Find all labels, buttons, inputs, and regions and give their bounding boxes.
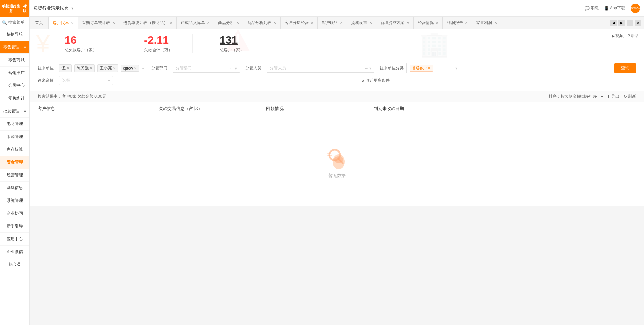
sidebar-item-inventory[interactable]: 库存核算 (0, 143, 29, 156)
tab-controls: ◀ ▶ ⊞ ✕ (610, 20, 644, 26)
filter-tag-chen[interactable]: 陈民强 ✕ (74, 64, 95, 72)
col-header-repay: 回款情况 (266, 106, 374, 112)
tab-purchase-order-stats[interactable]: 采购订单统计表 ✕ (78, 17, 119, 29)
sidebar-item-wholesale[interactable]: 批发管理 ▾ (0, 105, 29, 118)
person-more-btn[interactable]: ··· (365, 66, 368, 71)
sidebar-item-quick-nav[interactable]: 快捷导航 (0, 28, 29, 41)
sidebar-item-app-center[interactable]: 应用中心 (0, 233, 29, 246)
tab-product-storage[interactable]: 产成品入库单 ✕ (177, 17, 214, 29)
sidebar-item-guide[interactable]: 新手引导 (0, 220, 29, 233)
video-btn[interactable]: ▶ 视频 (612, 33, 624, 39)
content-area: ¥ 🏢 16 总欠款客户（家） -2.11 欠款合计（万） 131 总客户（家） (30, 29, 644, 325)
message-btn[interactable]: 💬 消息 (585, 5, 599, 11)
app-download-btn[interactable]: 📱 App下载 (604, 5, 625, 11)
video-icon: ▶ (612, 34, 615, 38)
tab-profit-report[interactable]: 利润报告 ✕ (443, 17, 472, 29)
tab-expand-btn[interactable]: ⊞ (627, 20, 633, 26)
sort-chevron-icon[interactable]: ▾ (601, 94, 603, 99)
tab-customer-tier[interactable]: 客户分层经营 ✕ (281, 17, 318, 29)
tab-close-icon[interactable]: ✕ (311, 21, 313, 25)
filter-tag-wu-close[interactable]: ✕ (67, 66, 69, 70)
sidebar-item-system[interactable]: 系统管理 (0, 194, 29, 207)
filter-tag-wang[interactable]: 王小亮 ✕ (97, 64, 118, 72)
table-header: 客户信息 欠款交易信息（占比） 回款情况 到期未收款日期 (30, 102, 644, 115)
sidebar-item-purchase[interactable]: 采购管理 (0, 131, 29, 143)
sidebar-item-retail-mall[interactable]: 零售商城 (0, 54, 29, 67)
type-tag-close-icon[interactable]: ✕ (428, 66, 431, 70)
tab-goods-analysis[interactable]: 商品分析 ✕ (214, 17, 243, 29)
sidebar-item-operations[interactable]: 经营管理 (0, 169, 29, 182)
customer-type-tag: 普通客户 ✕ (410, 65, 433, 72)
tab-new-commission[interactable]: 新增提成方案 ✕ (376, 17, 414, 29)
filter-row-1: 往来单位 伍 ✕ 陈民强 ✕ 王小亮 ✕ cjttcw ✕ ··· (38, 63, 636, 73)
chevron-down-icon: ▾ (71, 6, 73, 11)
chevron-down-icon: ▾ (24, 109, 26, 114)
filter-tag-wu-label: 伍 (61, 65, 66, 71)
refresh-button[interactable]: ↻ 刷新 (624, 94, 636, 99)
sidebar-item-marketing[interactable]: 营销推广 (0, 67, 29, 79)
sidebar-item-retail[interactable]: 零售管理 ▾ (0, 41, 29, 54)
tab-close-icon[interactable]: ✕ (369, 21, 372, 25)
tab-close-icon[interactable]: ✕ (406, 21, 409, 25)
filter-balance-label: 往来余额 (38, 78, 56, 83)
sidebar-item-member[interactable]: 会员中心 (0, 79, 29, 92)
search-icon: 🔍 (2, 20, 7, 25)
filter-tag-wu[interactable]: 伍 ✕ (59, 64, 72, 72)
tab-next-btn[interactable]: ▶ (618, 20, 625, 26)
filter-tag-chen-close[interactable]: ✕ (90, 66, 92, 70)
tab-commission-settings[interactable]: 提成设置 ✕ (347, 17, 376, 29)
sidebar-item-retail-stats[interactable]: 零售统计 (0, 92, 29, 105)
tab-prev-btn[interactable]: ◀ (610, 20, 617, 26)
chevron-down-icon: ▾ (235, 66, 237, 71)
filter-tag-cjttcw[interactable]: cjttcw ✕ (121, 65, 139, 72)
export-button[interactable]: ⬆ 导出 (607, 94, 619, 99)
stat-all-customers-value: 131 (220, 34, 238, 46)
tab-close-icon[interactable]: ✕ (207, 21, 210, 25)
tab-close-icon[interactable]: ✕ (170, 21, 172, 25)
help-btn[interactable]: ? 帮助 (628, 33, 639, 39)
tab-customer-contact[interactable]: 客户联络 ✕ (318, 17, 347, 29)
filter-tag-chen-label: 陈民强 (77, 65, 89, 71)
sidebar-item-basic-info[interactable]: 基础信息 (0, 182, 29, 194)
filter-unit-type-select[interactable]: 普通客户 ✕ ▾ (406, 63, 460, 73)
filter-person-select[interactable]: 分管人员 ··· ▾ (267, 64, 374, 73)
tab-close-icon[interactable]: ✕ (273, 21, 276, 25)
chevron-up-icon: ∧ (362, 78, 365, 83)
tab-close-icon[interactable]: ✕ (112, 21, 115, 25)
collapse-btn[interactable]: ∧ 收起更多条件 (362, 78, 390, 83)
tab-close-icon[interactable]: ✕ (71, 21, 74, 25)
sidebar-item-member2[interactable]: 畅会员 (0, 258, 29, 271)
tab-goods-stats[interactable]: 进货单统计表（按商品） ✕ (119, 17, 177, 29)
top-header: 母婴行业演示帐套 ▾ 💬 消息 📱 App下载 demo2 (30, 0, 644, 17)
chevron-down-icon: ▾ (369, 66, 371, 71)
stats-row: ¥ 🏢 16 总欠款客户（家） -2.11 欠款合计（万） 131 总客户（家） (30, 29, 644, 59)
avatar[interactable]: demo2 (631, 4, 640, 13)
filter-tag-wang-close[interactable]: ✕ (113, 66, 116, 70)
filter-tag-cjttcw-close[interactable]: ✕ (134, 66, 137, 70)
dept-more-btn[interactable]: ··· (230, 66, 234, 71)
tab-close-icon[interactable]: ✕ (436, 21, 438, 25)
filter-dept-select[interactable]: 分管部门 ··· ▾ (173, 64, 240, 73)
filter-balance-select[interactable]: 选择... ▾ (59, 76, 113, 85)
filter-tag-cjttcw-label: cjttcw (123, 66, 133, 71)
main-content: 母婴行业演示帐套 ▾ 💬 消息 📱 App下载 demo2 首页 客户账本 ✕ (30, 0, 644, 325)
sidebar-item-collab[interactable]: 企业协同 (0, 207, 29, 220)
sidebar-item-ecommerce[interactable]: 电商管理 (0, 118, 29, 131)
tab-close-icon[interactable]: ✕ (236, 21, 239, 25)
tab-customer-book[interactable]: 客户账本 ✕ (49, 17, 78, 29)
tab-close-icon[interactable]: ✕ (340, 21, 343, 25)
tab-operations[interactable]: 经营情况 ✕ (414, 17, 443, 29)
empty-illustration (322, 142, 352, 173)
query-button[interactable]: 查询 (614, 63, 636, 73)
tab-close-all-btn[interactable]: ✕ (635, 20, 641, 26)
sidebar-item-search[interactable]: 🔍 搜索菜单 (0, 17, 29, 28)
tab-home[interactable]: 首页 (30, 17, 49, 29)
sidebar-item-enterprise-wechat[interactable]: 企业微信 (0, 246, 29, 258)
tab-close-icon[interactable]: ✕ (494, 21, 497, 25)
tab-close-icon[interactable]: ✕ (465, 21, 468, 25)
sidebar-item-finance[interactable]: 资金管理 (0, 156, 29, 169)
tab-retail-profit[interactable]: 零售利润 ✕ (472, 17, 501, 29)
filter-more-btn[interactable]: ··· (142, 66, 146, 71)
tab-goods-analysis-list[interactable]: 商品分析列表 ✕ (243, 17, 281, 29)
stat-customers-value: 16 (65, 34, 77, 46)
